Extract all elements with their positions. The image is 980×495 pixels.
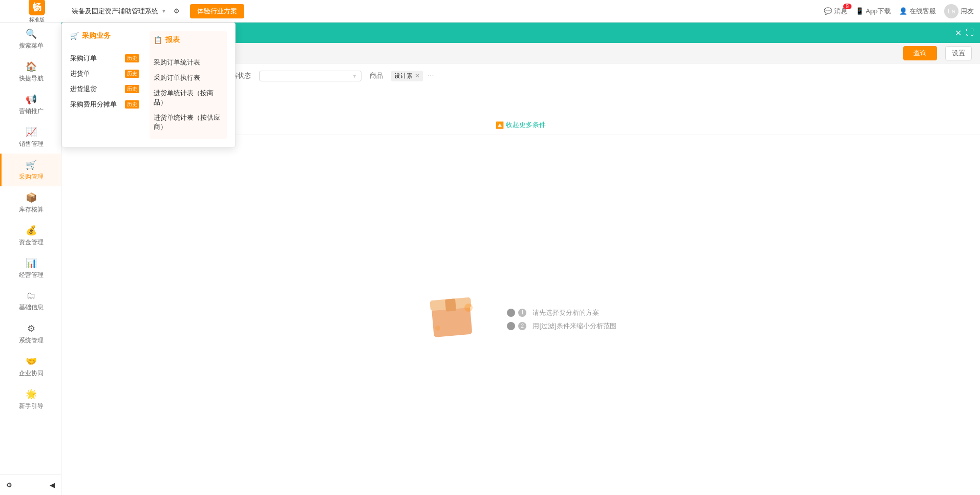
tab-close-btn[interactable]: ✕ [955,28,962,38]
goods-tag-text: 设计素 [394,72,413,80]
tab-expand-btn[interactable]: ⛶ [966,28,974,37]
order-exec-label: 采购订单执行表 [154,73,200,82]
system-icon: ⚙ [27,323,35,334]
search-icon: 🔍 [26,28,37,39]
empty-hints: 1 请先选择要分析的方案 2 用[过滤]条件来缩小分析范围 [507,306,616,333]
sidebar-label-basic: 基础信息 [19,303,44,312]
menu-item-order-exec[interactable]: 采购订单执行表 [154,70,223,85]
goods-dots[interactable]: ··· [427,71,434,80]
messages-btn[interactable]: 💬 消息 9 [824,7,847,16]
expense-history[interactable]: 历史 [125,100,139,109]
svg-point-3 [464,304,473,312]
app-download-label: App下载 [866,7,891,16]
query-btn[interactable]: 查询 [903,46,937,60]
bill-status-input[interactable]: ▼ [259,71,361,81]
system-title-area: 装备及固定资产辅助管理系统 ▼ [72,7,166,16]
sidebar-label-sales: 销售管理 [19,140,44,148]
menu-item-incoming[interactable]: 进货单 历史 [70,66,139,81]
user-label: 用友 [961,7,974,16]
sidebar-item-coop[interactable]: 🤝 企业协同 [0,350,61,383]
basic-icon: 🗂 [27,290,36,301]
user-initials: Ea [948,8,955,15]
goods-filter-section: 设计素 ✕ ··· [391,71,434,81]
avatar: Ea [944,4,958,18]
inventory-icon: 📦 [26,192,37,203]
sidebar-label-business: 经营管理 [19,271,44,279]
sidebar-item-purchase[interactable]: 🛒 采购管理 [0,154,61,186]
menu-item-purchase-order[interactable]: 采购订单 历史 [70,51,139,66]
sidebar: 🔍 搜索菜单 🏠 快捷导航 📢 营销推广 📈 销售管理 🛒 采购管理 📦 库存核… [0,23,61,495]
sidebar-label-purchase: 采购管理 [19,173,44,181]
sales-icon: 📈 [26,126,37,138]
purchase-col-title-text: 采购业务 [82,31,111,40]
sidebar-settings-icon[interactable]: ⚙ [6,481,12,489]
industry-btn[interactable]: 体验行业方案 [190,4,244,18]
menu-item-supplier-stats[interactable]: 进货单统计表（按供应商） [154,110,223,135]
sidebar-item-search[interactable]: 🔍 搜索菜单 [0,23,61,55]
goods-stats-label: 进货单统计表（按商品） [154,89,223,107]
sidebar-label-finance: 资金管理 [19,238,44,247]
menu-item-order-stats[interactable]: 采购订单统计表 [154,55,223,70]
online-service-btn[interactable]: 👤 在线客服 [899,7,936,16]
report-col: 📋 报表 采购订单统计表 采购订单执行表 进货单统计表（按商品） 进货单统计表（… [150,31,227,139]
incoming-history[interactable]: 历史 [125,70,139,78]
finance-icon: 💰 [26,225,37,236]
sidebar-collapse-icon[interactable]: ◀ [50,481,55,489]
coop-icon: 🤝 [26,356,37,367]
report-col-title: 📋 报表 [154,35,223,49]
expense-label: 采购费用分摊单 [70,100,117,109]
app-download-btn[interactable]: 📱 App下载 [856,7,891,16]
system-title-arrow[interactable]: ▼ [161,8,166,14]
online-service-label: 在线客服 [909,7,936,16]
collapse-up-icon: 🔼 [496,121,504,129]
sidebar-item-finance[interactable]: 💰 资金管理 [0,219,61,252]
service-icon: 👤 [899,7,907,15]
messages-badge: 9 [843,4,851,9]
sidebar-item-business[interactable]: 📊 经营管理 [0,252,61,285]
menu-item-goods-stats[interactable]: 进货单统计表（按商品） [154,85,223,110]
logo-area: 畅 标准版 [6,0,68,24]
empty-area: 1 请先选择要分析的方案 2 用[过滤]条件来缩小分析范围 [61,135,980,495]
sidebar-label-quick: 快捷导航 [19,74,44,83]
sidebar-item-guide[interactable]: 🌟 新手引导 [0,383,61,416]
return-history[interactable]: 历史 [125,85,139,93]
sidebar-label-search: 搜索菜单 [19,41,44,50]
purchase-col-title: 🛒 采购业务 [70,31,139,45]
sidebar-item-marketing[interactable]: 📢 营销推广 [0,88,61,121]
guide-icon: 🌟 [26,389,37,400]
main-layout: 🔍 搜索菜单 🏠 快捷导航 📢 营销推广 📈 销售管理 🛒 采购管理 📦 库存核… [0,23,980,495]
menu-item-expense[interactable]: 采购费用分摊单 历史 [70,97,139,112]
user-btn[interactable]: Ea 用友 [944,4,974,18]
menu-item-return[interactable]: 进货退货 历史 [70,81,139,97]
purchase-order-label: 采购订单 [70,54,97,63]
goods-label: 商品 [370,71,383,80]
svg-rect-2 [445,298,456,312]
tab-right-btns: ✕ ⛶ [955,28,980,38]
sidebar-item-system[interactable]: ⚙ 系统管理 [0,317,61,350]
sidebar-item-quick[interactable]: 🏠 快捷导航 [0,55,61,88]
supplier-stats-label: 进货单统计表（按供应商） [154,113,223,132]
top-bar: 畅 标准版 装备及固定资产辅助管理系统 ▼ ⚙ 体验行业方案 💬 消息 9 📱 … [0,0,980,23]
logo-icon: 畅 [29,0,45,15]
goods-tag-close[interactable]: ✕ [415,72,420,79]
system-settings-icon[interactable]: ⚙ [169,4,184,18]
goods-tag: 设计素 ✕ [391,71,423,81]
purchase-order-history[interactable]: 历史 [125,54,139,62]
sidebar-label-marketing: 营销推广 [19,107,44,116]
empty-hint-2: 2 用[过滤]条件来缩小分析范围 [507,319,616,333]
collapse-btn[interactable]: 🔼 收起更多条件 [496,120,546,130]
empty-content: 1 请先选择要分析的方案 2 用[过滤]条件来缩小分析范围 [425,290,616,341]
top-right-area: 💬 消息 9 📱 App下载 👤 在线客服 Ea 用友 [824,4,974,18]
purchase-icon: 🛒 [26,159,37,170]
hint-badge-1: 1 [518,309,526,317]
sidebar-label-guide: 新手引导 [19,402,44,411]
sidebar-item-inventory[interactable]: 📦 库存核算 [0,186,61,219]
sidebar-label-system: 系统管理 [19,336,44,345]
sidebar-item-basic[interactable]: 🗂 基础信息 [0,285,61,317]
setting-btn[interactable]: 设置 [945,46,972,60]
incoming-label: 进货单 [70,69,90,78]
sidebar-item-sales[interactable]: 📈 销售管理 [0,121,61,154]
empty-hint-1: 1 请先选择要分析的方案 [507,306,616,319]
marketing-icon: 📢 [26,94,37,105]
sidebar-label-inventory: 库存核算 [19,205,44,214]
